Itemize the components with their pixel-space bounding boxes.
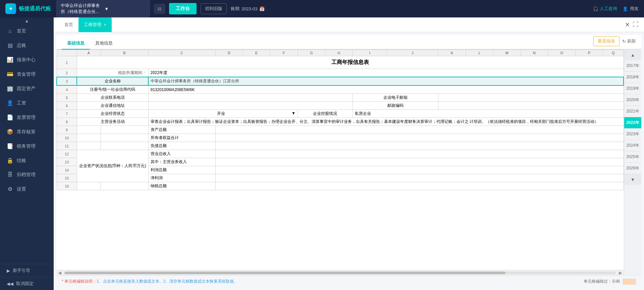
sidebar-item-close[interactable]: 🔒 结账 <box>0 153 54 168</box>
cancel-fixed-button[interactable]: ◀◀ 取消固定 <box>0 277 54 290</box>
profit-label: 利润总额 <box>148 166 215 174</box>
year-nav-down[interactable]: ▼ <box>624 174 641 185</box>
hscroll-right-btn[interactable]: ▶ <box>617 270 624 275</box>
hscroll-thumb[interactable] <box>64 272 505 274</box>
email-label-cell: 企业电子邮箱 <box>353 94 438 102</box>
year-item-2024[interactable]: 2024年 <box>624 140 641 151</box>
year-item-2021[interactable]: 2021年 <box>624 106 641 117</box>
company-value-cell[interactable]: 中审众环会计师事务所（特殊普通合伙）江苏分所 <box>148 77 624 85</box>
table-row: 2 税款所属期间： 2022年度 <box>57 69 624 77</box>
email-value-cell[interactable] <box>438 94 624 102</box>
switch-version-button[interactable]: 切到旧版 <box>201 3 227 14</box>
year-item-2025[interactable]: 2025年 <box>624 151 641 163</box>
tabs-right: ✕ ⛶ <box>625 21 639 28</box>
sidebar-item-inventory[interactable]: 📦 库存核算 <box>0 125 54 139</box>
col-header-p: P <box>576 50 603 56</box>
horizontal-scrollbar[interactable]: ◀ ▶ <box>56 270 624 275</box>
sidebar-item-salary[interactable]: 👤 工资 <box>0 96 54 110</box>
year-item-2023[interactable]: 2023年 <box>624 129 641 140</box>
new-user-button[interactable]: ▶ 新手引导 <box>0 264 54 277</box>
equity-value[interactable] <box>215 134 624 142</box>
archive-icon: 🗄 <box>7 172 13 178</box>
logo: ✦ 畅捷通易代账 <box>5 3 52 14</box>
tax-label: 纳税总额 <box>148 182 215 190</box>
revenue-value[interactable] <box>215 150 624 158</box>
logo-text: 畅捷通易代账 <box>19 5 51 12</box>
col-header-e: E <box>243 50 270 56</box>
bottom-note: * 单元格编辑说明：1、点击单元格直接录入数值或文本。2、清空单元格数值或文本恢… <box>62 279 238 284</box>
tab-gongshang[interactable]: 工商管理 × <box>78 17 112 32</box>
hscroll-track[interactable] <box>64 272 616 274</box>
table-scroll[interactable]: A B C D E F G H I J <box>56 50 624 270</box>
period-label: 账期 <box>231 6 239 12</box>
col-header-h: H <box>325 50 353 56</box>
calendar-icon[interactable]: 📅 <box>259 6 265 11</box>
company-name: 中审众环会计师事务所（特殊普通合伙... <box>61 3 102 15</box>
year-item-2026[interactable]: 2026年 <box>624 163 641 174</box>
sidebar-item-finance[interactable]: 💳 资金管理 <box>0 67 54 81</box>
business-value-cell[interactable]: 审查企业会计报表；出具审计报告；验证企业资本；出具验资报告；办理企业合开、分立、… <box>148 118 624 126</box>
net-profit-value[interactable] <box>215 174 624 182</box>
hscroll-left-btn[interactable]: ◀ <box>56 270 63 275</box>
sidebar-item-archive[interactable]: 🗄 归档管理 <box>0 168 54 182</box>
control-value-cell[interactable]: 私营企业 <box>353 110 624 118</box>
new-user-icon: ▶ <box>7 268 10 273</box>
tab-basic-info[interactable]: 基础信息 <box>62 38 90 50</box>
corner-cell <box>57 50 77 56</box>
tabs-bar: 首页 工商管理 × ✕ ⛶ <box>54 17 644 32</box>
refresh-button[interactable]: ↻ 刷新 <box>622 38 636 44</box>
table-row: 3 企业名称 中审众环会计师事务所（特殊普通合伙）江苏分所 <box>57 77 624 85</box>
sidebar-item-report[interactable]: 📊 报表中心 <box>0 53 54 67</box>
phone-value-cell[interactable] <box>148 94 353 102</box>
profit-value[interactable] <box>215 166 624 174</box>
sidebar-item-ledger[interactable]: ▤ 总账 <box>0 38 54 53</box>
user-info[interactable]: 👤 用友 <box>623 6 639 12</box>
maximize-tab-button[interactable]: ⛶ <box>633 21 639 28</box>
sidebar-item-tax[interactable]: 📑 税务管理 <box>0 139 54 153</box>
report-icon: 📊 <box>7 57 13 63</box>
row-number: 14 <box>57 166 77 174</box>
copy-button[interactable]: ⊟ <box>154 4 165 14</box>
sheet-title-cell[interactable]: 工商年报信息表 <box>77 56 624 69</box>
chevron-down-icon: ▼ <box>104 6 145 11</box>
year-nav-up[interactable]: ▲ <box>624 50 641 60</box>
period-value-cell[interactable]: 2022年度 <box>148 69 624 77</box>
reset-report-button[interactable]: 重置报表 <box>593 36 620 46</box>
sidebar-item-invoice[interactable]: 📄 发票管理 <box>0 110 54 125</box>
row-number: 6 <box>57 102 77 110</box>
sidebar-scroll-up[interactable]: ▲ <box>0 17 54 24</box>
year-item-2020[interactable]: 2020年 <box>624 94 641 106</box>
close-tab-button[interactable]: ✕ <box>625 21 630 28</box>
sidebar-item-label: 结账 <box>17 158 26 164</box>
tab-other-info[interactable]: 其他信息 <box>90 38 118 50</box>
tab-home[interactable]: 首页 <box>59 17 78 32</box>
year-item-2022[interactable]: 2022年 <box>624 117 641 129</box>
consultant-button[interactable]: 🎧 人工咨询 <box>593 6 617 12</box>
address-value-cell[interactable] <box>148 102 353 110</box>
liabilities-value[interactable] <box>215 142 624 150</box>
company-selector[interactable]: 中审众环会计师事务所（特殊普通合伙... ▼ <box>56 0 150 17</box>
topbar-right: 🎧 人工咨询 👤 用友 <box>593 6 639 12</box>
sheet-table: A B C D E F G H I J <box>56 50 624 190</box>
year-item-2019[interactable]: 2019年 <box>624 83 641 94</box>
finance-icon: 💳 <box>7 71 13 77</box>
status-value-cell[interactable]: 开业 ▼ <box>148 110 298 118</box>
sidebar-item-settings[interactable]: ⚙ 设置 <box>0 182 54 196</box>
row-number: 15 <box>57 174 77 182</box>
workbench-button[interactable]: 工作台 <box>169 3 197 14</box>
tab-close-icon[interactable]: × <box>104 22 106 27</box>
spreadsheet-wrap: A B C D E F G H I J <box>56 50 641 275</box>
asset-value-9[interactable] <box>215 126 624 134</box>
sidebar-item-assets[interactable]: 🏢 固定资产 <box>0 81 54 96</box>
postal-value-cell[interactable] <box>438 102 624 110</box>
basic-info-label: 基础信息 <box>67 41 85 46</box>
year-item-2018[interactable]: 2018年 <box>624 72 641 83</box>
tax-value[interactable] <box>215 182 624 190</box>
spreadsheet-main: A B C D E F G H I J <box>56 50 624 275</box>
main-revenue-value[interactable] <box>215 158 624 166</box>
sidebar-item-home[interactable]: ⌂ 首页 <box>0 24 54 38</box>
reg-value-cell[interactable]: 91320100MA208E5W6K <box>148 85 624 94</box>
year-item-2017[interactable]: 2017年 <box>624 60 641 72</box>
col-header-q: Q <box>603 50 624 56</box>
asset-group-label: 企业资产状况信息(币种：人民币万元) <box>77 150 148 182</box>
